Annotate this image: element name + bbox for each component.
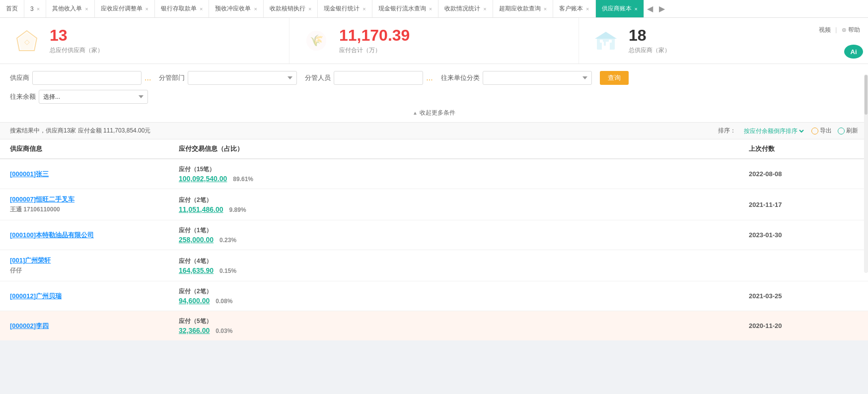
supplier-cell: [000007]恒旺二手叉车 王通 17106110000 (10, 195, 179, 214)
supplier-input[interactable] (32, 71, 142, 85)
tab-prepay[interactable]: 预收冲应收单 × (209, 0, 263, 18)
tab-3[interactable]: 3 × (24, 0, 46, 18)
ai-badge[interactable]: Ai (844, 45, 863, 59)
tab-supplier-ledger-label: 供应商账本 (602, 4, 632, 13)
card-1-content: 13 总应付供应商（家） (50, 27, 103, 55)
close-icon[interactable]: × (544, 6, 547, 12)
supplier-link[interactable]: [001]广州荣轩 (10, 256, 179, 265)
lastpay-date: 2020-11-20 (749, 322, 782, 329)
tx-amount[interactable]: 258,000.00 (179, 236, 214, 244)
tx-amount[interactable]: 11,051,486.00 (179, 205, 223, 213)
person-label: 分管人员 (305, 73, 331, 82)
tab-collection[interactable]: 收款核销执行 × (264, 0, 318, 18)
person-input[interactable] (334, 71, 423, 85)
lastpay-cell: 2021-03-25 (749, 292, 848, 300)
category-label: 往来单位分类 (441, 73, 480, 82)
filter-dept: 分管部门 (159, 71, 297, 85)
export-label: 导出 (820, 127, 832, 135)
close-icon[interactable]: × (308, 6, 311, 12)
supplier-label: 供应商 (10, 73, 29, 82)
tab-payment-stats[interactable]: 收款情况统计 × (438, 0, 493, 18)
close-icon[interactable]: × (429, 6, 432, 12)
dept-select[interactable] (188, 71, 297, 85)
supplier-link[interactable]: [000007]恒旺二手叉车 (10, 195, 179, 204)
tab-cash-stats[interactable]: 现金银行统计 × (318, 0, 372, 18)
close-icon[interactable]: × (145, 6, 148, 12)
supplier-link[interactable]: [000002]李四 (10, 322, 179, 330)
store-icon (591, 26, 621, 56)
refresh-button[interactable]: 刷新 (838, 127, 858, 135)
balance-label: 往来余额 (10, 92, 36, 101)
tab-customer-ledger[interactable]: 客户账本 × (553, 0, 595, 18)
tab-cash-flow-label: 现金银行流水查询 (378, 4, 426, 13)
scrollbar[interactable] (864, 74, 868, 273)
close-icon[interactable]: × (85, 6, 88, 12)
close-icon[interactable]: × (586, 6, 589, 12)
close-icon[interactable]: × (362, 6, 365, 12)
search-button[interactable]: 查询 (600, 71, 629, 85)
main-table: 供应商信息 应付交易信息（占比） 上次付数 [000001]张三 应付（15笔）… (0, 139, 868, 340)
close-icon[interactable]: × (635, 6, 638, 12)
card-payable-total: 🌾 11,170.39 应付合计（万） (289, 18, 579, 64)
tab-adjustment[interactable]: 应收应付调整单 × (95, 0, 155, 18)
person-dots[interactable]: ... (426, 73, 433, 82)
summary-bar: ◇ 13 总应付供应商（家） 🌾 11,170.39 应付合计（万） (0, 18, 868, 64)
close-icon[interactable]: × (200, 6, 203, 12)
tx-label: 应付（4笔） (179, 257, 749, 265)
tab-home[interactable]: 首页 (0, 0, 24, 18)
nav-next-arrow[interactable]: ▶ (656, 0, 668, 18)
supplier-link[interactable]: [000001]张三 (10, 170, 179, 179)
refresh-icon (838, 128, 845, 134)
nav-prev-arrow[interactable]: ◀ (644, 0, 656, 18)
payable-total-num: 11,170.39 (339, 27, 410, 44)
tx-label: 应付（1笔） (179, 226, 749, 235)
tab-bank[interactable]: 银行存取款单 × (155, 0, 209, 18)
tx-amount[interactable]: 164,635.90 (179, 266, 214, 274)
top-links: 视频 | ⊙ 帮助 (819, 26, 860, 34)
balance-select[interactable]: 选择... (39, 90, 148, 104)
video-link[interactable]: 视频 (819, 26, 831, 33)
table-header: 供应商信息 应付交易信息（占比） 上次付数 (0, 139, 868, 159)
supplier-cell: [000100]本特勒油品有限公司 (10, 231, 179, 240)
supplier-link[interactable]: [000100]本特勒油品有限公司 (10, 231, 179, 240)
collapse-button[interactable]: ▲ 收起更多条件 (10, 109, 858, 117)
table-row: [000100]本特勒油品有限公司 应付（1笔） 258,000.00 0.23… (0, 220, 868, 250)
close-icon[interactable]: × (483, 6, 486, 12)
wheat-icon: 🌾 (301, 26, 331, 56)
help-link[interactable]: ⊙ 帮助 (842, 26, 860, 33)
tab-cash-flow[interactable]: 现金银行流水查询 × (372, 0, 438, 18)
tab-payment-stats-label: 收款情况统计 (444, 4, 480, 13)
transaction-cell: 应付（1笔） 258,000.00 0.23% (179, 226, 749, 244)
sort-select[interactable]: 按应付余额倒序排序 (742, 127, 805, 135)
card-total-suppliers: 18 总供应商（家） 视频 | ⊙ 帮助 Ai (579, 18, 868, 64)
filter-balance: 往来余额 选择... (10, 90, 148, 104)
total-suppliers-num: 18 (629, 27, 670, 44)
scrollbar-thumb (865, 75, 868, 115)
filter-person: 分管人员 ... (305, 71, 433, 85)
tx-amount[interactable]: 94,600.00 (179, 297, 210, 305)
tx-amount[interactable]: 32,366.00 (179, 327, 210, 334)
tab-overdue-label: 超期应收款查询 (499, 4, 541, 13)
tx-label: 应付（15笔） (179, 165, 749, 174)
tab-other-income[interactable]: 其他收入单 × (46, 0, 94, 18)
tx-label: 应付（2笔） (179, 287, 749, 296)
tab-collection-label: 收款核销执行 (270, 4, 305, 13)
tx-percent: 0.08% (216, 298, 232, 305)
tab-supplier-ledger[interactable]: 供应商账本 × (596, 0, 644, 18)
card-3-content: 18 总供应商（家） (629, 27, 670, 55)
supplier-dots[interactable]: ... (145, 73, 151, 82)
tab-overdue[interactable]: 超期应收款查询 × (493, 0, 553, 18)
category-select[interactable] (483, 71, 592, 85)
close-icon[interactable]: × (254, 6, 257, 12)
col-header-supplier: 供应商信息 (10, 144, 179, 153)
close-icon[interactable]: × (37, 6, 40, 12)
transaction-cell: 应付（15笔） 100,092,540.00 89.61% (179, 165, 749, 183)
table-row: [000012]广州贝瑞 应付（2笔） 94,600.00 0.08% 2021… (0, 281, 868, 311)
suppliers-payable-num: 13 (50, 27, 103, 44)
svg-rect-10 (609, 40, 612, 43)
lastpay-cell: 2021-11-17 (749, 201, 848, 208)
transaction-cell: 应付（2笔） 94,600.00 0.08% (179, 287, 749, 305)
export-button[interactable]: 导出 (811, 127, 832, 135)
tx-amount[interactable]: 100,092,540.00 (179, 175, 227, 183)
supplier-link[interactable]: [000012]广州贝瑞 (10, 292, 179, 301)
